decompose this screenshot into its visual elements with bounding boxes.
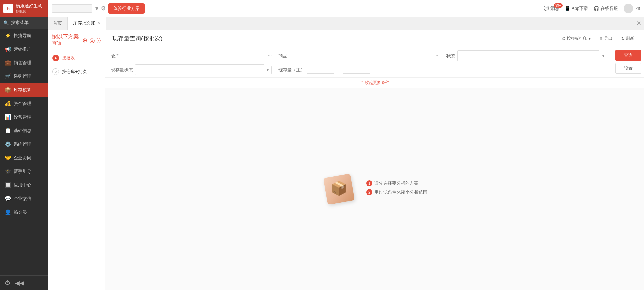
basic-icon: 📋 xyxy=(5,128,11,134)
sidebar-item-label: 营销推广 xyxy=(14,46,31,52)
inventory-status-input[interactable] xyxy=(138,66,197,73)
inventory-icon: 📦 xyxy=(5,87,11,93)
settings-button[interactable]: 设置 xyxy=(615,63,641,74)
sidebar-item-marketing[interactable]: 📢 营销推广 xyxy=(0,42,48,56)
left-panel: 按以下方案查询 ⊕ ◎ ⟩⟩ ● 按批次 ○ 按仓库+批次 xyxy=(48,30,105,290)
tip-2-text: 用过滤条件来缩小分析范围 xyxy=(374,189,427,195)
sidebar-item-guide[interactable]: 🎓 新手引导 xyxy=(0,165,48,178)
tab-home[interactable]: 首页 xyxy=(48,17,68,30)
sidebar: 6 畅康通好生意 标准版 🔍 搜索菜单 ⚡ 快捷导航 📢 营销推广 💼 销售管理… xyxy=(0,0,48,290)
sidebar-item-label: 销售管理 xyxy=(14,60,31,66)
phone-icon: 📱 xyxy=(565,6,570,11)
online-service-button[interactable]: 🎧 在线客服 xyxy=(594,5,618,12)
print-icon: 🖨 xyxy=(561,36,565,41)
avatar xyxy=(624,4,633,13)
export-icon: ⬆ xyxy=(599,36,603,41)
sidebar-search[interactable]: 🔍 搜索菜单 xyxy=(0,17,48,29)
product-input[interactable] xyxy=(289,52,436,59)
guide-icon: 🎓 xyxy=(5,168,11,175)
version-label: 标准版 xyxy=(16,9,42,14)
main-area: ▾ ⚙ 体验行业方案 💬 消息 99+ 📱 App下载 🎧 在线客服 Rit xyxy=(48,0,644,290)
user-area[interactable]: Rit xyxy=(624,4,640,13)
refresh-button[interactable]: ↻ 刷新 xyxy=(618,34,637,43)
sidebar-item-basic[interactable]: 📋 基础信息 xyxy=(0,124,48,138)
tip-1-num: 1 xyxy=(366,180,372,186)
scheme-item-by-batch[interactable]: ● 按批次 xyxy=(48,51,105,65)
tab-inventory-batch[interactable]: 库存批次账 ✕ xyxy=(68,17,106,30)
search-icon: 🔍 xyxy=(3,20,9,25)
sidebar-nav: ⚡ 快捷导航 📢 营销推广 💼 销售管理 🛒 采购管理 📦 库存核算 💰 资金管… xyxy=(0,29,48,275)
sidebar-item-wechat[interactable]: 💬 企业微信 xyxy=(0,192,48,205)
finance-icon: 💰 xyxy=(5,101,11,107)
sidebar-item-member[interactable]: 👤 畅会员 xyxy=(0,205,48,219)
filter-grid-row2: 现存量状态 ▾ 现存量（主） xyxy=(111,61,607,75)
scheme-item-by-warehouse-batch[interactable]: ○ 按仓库+批次 xyxy=(48,65,105,78)
sidebar-item-operations[interactable]: 📊 经营管理 xyxy=(0,110,48,124)
topbar-gear-icon[interactable]: ⚙ xyxy=(101,5,106,12)
page-content: 按以下方案查询 ⊕ ◎ ⟩⟩ ● 按批次 ○ 按仓库+批次 现 xyxy=(48,30,644,290)
status-dropdown-icon[interactable]: ▾ xyxy=(599,52,607,60)
trial-button[interactable]: 体验行业方案 xyxy=(108,3,145,14)
company-name: 畅康通好生意 xyxy=(16,3,42,9)
collapse-sidebar-icon[interactable]: ◀◀ xyxy=(15,279,24,287)
scheme-by-warehouse-batch-label: 按仓库+批次 xyxy=(62,69,87,75)
system-icon: ⚙️ xyxy=(5,141,11,147)
sidebar-item-system[interactable]: ⚙️ 系统管理 xyxy=(0,138,48,151)
sidebar-item-label: 快捷导航 xyxy=(14,33,31,39)
settings-bottom-icon[interactable]: ⚙ xyxy=(5,279,10,287)
sidebar-item-purchase[interactable]: 🛒 采购管理 xyxy=(0,70,48,83)
sidebar-bottom: ⚙ ◀◀ xyxy=(0,275,48,290)
product-dots[interactable]: ··· xyxy=(436,53,440,58)
sidebar-item-label: 采购管理 xyxy=(14,73,31,79)
print-dropdown-icon[interactable]: ▾ xyxy=(589,36,591,41)
left-panel-title: 按以下方案查询 xyxy=(52,33,80,48)
page-actions: 🖨 按模板打印 ▾ ⬆ 导出 ↻ 刷新 xyxy=(558,34,637,43)
tab-close-icon[interactable]: ✕ xyxy=(97,21,100,25)
appcenter-icon: 🔲 xyxy=(5,182,11,188)
sidebar-item-label: 畅会员 xyxy=(14,209,27,215)
empty-state: 1 请先选择要分析的方案 2 用过滤条件来缩小分析范围 xyxy=(105,88,644,290)
warehouse-dots[interactable]: ··· xyxy=(268,53,272,58)
sidebar-item-sales[interactable]: 💼 销售管理 xyxy=(0,56,48,70)
status-label: 状态 xyxy=(446,53,455,59)
sidebar-item-label: 经营管理 xyxy=(14,114,31,120)
sidebar-item-label: 企业协同 xyxy=(14,155,31,161)
left-panel-header: 按以下方案查询 ⊕ ◎ ⟩⟩ xyxy=(48,30,105,51)
status-input[interactable] xyxy=(460,52,519,59)
collapse-left-icon[interactable]: ⟩⟩ xyxy=(97,37,101,44)
app-download-button[interactable]: 📱 App下载 xyxy=(565,5,588,12)
sidebar-item-label: 库存核算 xyxy=(14,87,31,93)
message-button[interactable]: 💬 消息 99+ xyxy=(544,5,559,12)
inventory-qty-to[interactable] xyxy=(343,66,370,74)
empty-tip-1: 1 请先选择要分析的方案 xyxy=(366,180,427,186)
page-close-button[interactable]: ✕ xyxy=(633,17,644,30)
inventory-qty-from[interactable] xyxy=(307,66,334,74)
topbar-dropdown-icon[interactable]: ▾ xyxy=(95,5,98,12)
inventory-status-arrow[interactable]: ▾ xyxy=(264,66,272,74)
sidebar-item-inventory[interactable]: 📦 库存核算 xyxy=(0,83,48,97)
empty-box-icon xyxy=(323,173,355,205)
message-icon: 💬 xyxy=(544,6,549,11)
page-title-bar: 现存量查询(按批次) 🖨 按模板打印 ▾ ⬆ 导出 ↻ 刷新 xyxy=(105,30,644,46)
warehouse-input[interactable] xyxy=(122,52,268,59)
collapse-filters-button[interactable]: ⌃ 收起更多条件 xyxy=(105,77,644,88)
sidebar-item-quicknav[interactable]: ⚡ 快捷导航 xyxy=(0,29,48,42)
marketing-icon: 📢 xyxy=(5,46,11,52)
empty-illustration xyxy=(322,172,356,206)
export-button[interactable]: ⬆ 导出 xyxy=(596,34,615,43)
query-button[interactable]: 查询 xyxy=(615,50,641,61)
print-button[interactable]: 🖨 按模板打印 ▾ xyxy=(558,34,594,43)
add-scheme-icon[interactable]: ⊕ xyxy=(82,37,87,44)
refresh-label: 刷新 xyxy=(626,36,634,41)
app-download-label: App下载 xyxy=(572,5,588,12)
topbar-search-input[interactable] xyxy=(52,4,92,13)
sidebar-item-label: 企业微信 xyxy=(14,196,31,202)
scheme-by-batch-label: 按批次 xyxy=(62,55,75,61)
inventory-qty-cell: 现存量（主） — xyxy=(278,66,439,74)
tip-2-num: 2 xyxy=(366,189,372,195)
sidebar-item-appcenter[interactable]: 🔲 应用中心 xyxy=(0,178,48,192)
sidebar-item-finance[interactable]: 💰 资金管理 xyxy=(0,97,48,110)
scheme-settings-icon[interactable]: ◎ xyxy=(89,37,95,44)
sidebar-item-collab[interactable]: 🤝 企业协同 xyxy=(0,151,48,165)
sidebar-item-label: 资金管理 xyxy=(14,101,31,107)
